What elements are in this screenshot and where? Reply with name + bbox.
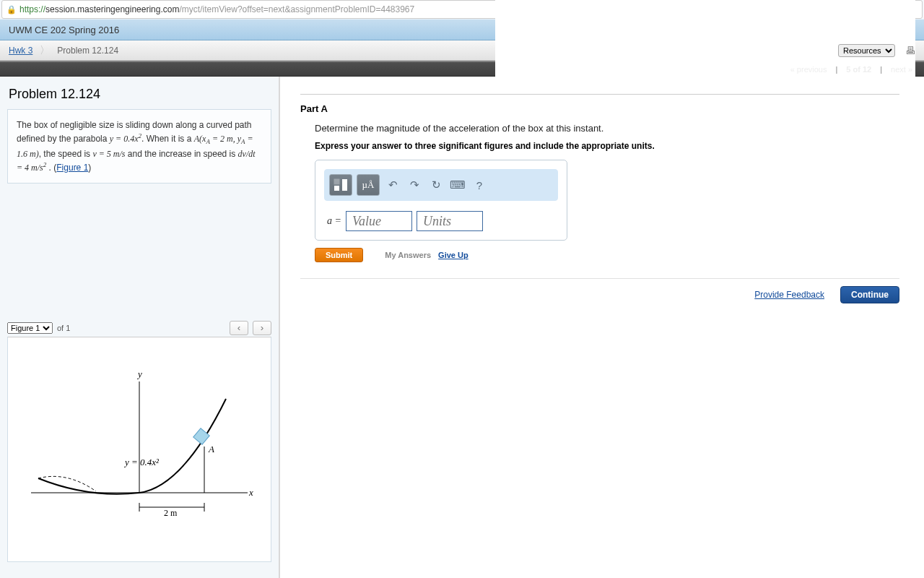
svg-rect-4 [193,428,210,445]
breadcrumb-problem: Problem 12.124 [57,46,118,56]
reset-icon[interactable]: ↻ [427,176,445,194]
svg-text:x: x [248,487,253,498]
breadcrumb-hwk[interactable]: Hwk 3 [9,46,32,56]
print-icon[interactable]: 🖶 [905,45,915,56]
variable-label: a = [327,215,341,227]
svg-text:2 m: 2 m [164,508,178,518]
problem-statement: The box of negligible size is sliding do… [7,109,271,184]
svg-text:y: y [136,368,142,379]
problem-title: Problem 12.124 [9,87,271,102]
course-title: UWM CE 202 Spring 2016 [9,25,119,35]
submit-button[interactable]: Submit [315,248,363,262]
template-icon[interactable] [329,174,352,196]
part-hint: Express your answer to three significant… [315,141,899,151]
svg-text:y = 0.4x²: y = 0.4x² [123,457,160,467]
svg-rect-13 [334,186,339,191]
part-label: Part A [300,103,899,114]
chevron-right-icon: 〉 [40,44,50,57]
url-host: session.masteringengineering.com [45,4,179,14]
figure-nav: Figure 1 of 1 ‹ › [7,321,271,335]
figure-select[interactable]: Figure 1 [7,322,53,334]
provide-feedback-link[interactable]: Provide Feedback [754,290,824,300]
figure-count: of 1 [57,324,70,332]
greek-icon[interactable]: µÅ [357,174,380,196]
continue-button[interactable]: Continue [840,286,899,303]
undo-icon[interactable]: ↶ [384,176,401,194]
figure-link[interactable]: Figure 1 [56,163,88,173]
keyboard-icon[interactable]: ⌨ [449,176,466,194]
figure-svg: y x A y = 0.4x² 2 m [17,355,262,543]
url-scheme: https:// [19,4,45,14]
my-answers-link[interactable]: My Answers [385,251,431,259]
figure-next-button[interactable]: › [253,321,271,335]
url-path: /myct/itemView?offset=next&assignmentPro… [179,4,414,14]
figure-panel: y x A y = 0.4x² 2 m [7,337,271,562]
svg-text:A: A [208,444,214,454]
svg-rect-12 [334,179,339,184]
redo-icon[interactable]: ↷ [406,176,423,194]
svg-rect-14 [342,179,347,191]
figure-prev-button[interactable]: ‹ [230,321,248,335]
resources-select[interactable]: Resources [838,44,895,57]
units-input[interactable] [417,211,483,231]
help-icon[interactable]: ? [471,176,488,194]
next-link[interactable]: next » [891,65,912,74]
answer-box: µÅ ↶ ↷ ↻ ⌨ ? a = [315,160,567,241]
prev-link[interactable]: « previous [790,65,827,74]
lock-icon: 🔒 [6,5,17,14]
position-label: 5 of 12 [846,65,871,74]
value-input[interactable] [346,211,412,231]
course-header: UWM CE 202 Spring 2016 Signed in as Brya… [0,19,924,40]
give-up-link[interactable]: Give Up [438,251,468,259]
part-prompt: Determine the magnitude of the accelerat… [315,123,899,134]
answer-toolbar: µÅ ↶ ↷ ↻ ⌨ ? [324,169,558,201]
